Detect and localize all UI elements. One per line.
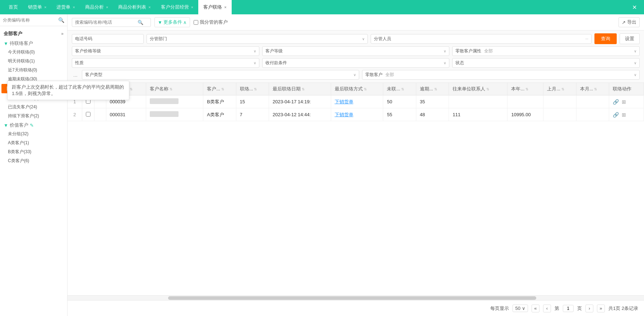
filter-more-conditions-button[interactable]: ▼ 更多条件 ∧ [154, 17, 190, 27]
close-product-analysis-list-icon[interactable]: × [148, 5, 150, 9]
sidebar-item-7day-pending[interactable]: 近7天待联络(0) [0, 66, 67, 75]
row-1-last-contact-date: 2023-04-17 14:19: [269, 95, 331, 108]
row-2-not-contact: 55 [383, 108, 416, 121]
filter-customer-level[interactable]: 客户等级 ∨ [262, 46, 450, 56]
sidebar-item-churned[interactable]: 已流失客户(24) [0, 103, 67, 112]
filter-row-2: 客户价格等级 ∨ 客户等级 ∨ 零散客户属性 全部 ∨ [72, 46, 640, 56]
col-type-header[interactable]: 客户... ⇅ [203, 83, 236, 95]
col-this-month-header[interactable]: 本月... ⇅ [576, 83, 609, 95]
settings-button[interactable]: 设置 [620, 33, 640, 44]
table-row: 2 000031 A类客户 [68, 108, 644, 121]
value-group-edit-icon[interactable]: ✎ [30, 123, 34, 128]
close-product-analysis-icon[interactable]: × [106, 5, 108, 9]
row-2-name[interactable] [146, 108, 203, 121]
close-customer-contact-icon[interactable]: × [224, 5, 226, 9]
row-1-name[interactable] [146, 95, 203, 108]
expand-arrow-icon: ▼ [4, 41, 8, 46]
nav-customer-contact[interactable]: 客户联络 × [198, 0, 231, 14]
nav-product-analysis-list[interactable]: 商品分析列表 × [113, 0, 156, 14]
nav-product-analysis[interactable]: 商品分析 × [80, 0, 113, 14]
sidebar-search-input[interactable] [3, 18, 57, 23]
filter-customer-type[interactable]: 客户类型 ∨ [82, 70, 360, 80]
main-layout: 🔍 全部客户 » ▼ 待联络客户 今天待联络(0) 明天待联络(1) 近7天待联… [0, 14, 644, 316]
sort-name-icon: ⇅ [170, 87, 172, 91]
sidebar-item-tomorrow-pending[interactable]: 明天待联络(1) [0, 57, 67, 66]
close-sales-order-icon[interactable]: × [44, 5, 46, 9]
window-close-button[interactable]: ✕ [629, 4, 640, 11]
col-not-contact-header[interactable]: 未联... ⇅ [383, 83, 416, 95]
filter-payment-terms[interactable]: 收付款条件 ∨ [262, 58, 450, 68]
sidebar-search-icon[interactable]: 🔍 [58, 17, 64, 23]
filter-phone[interactable]: 电话号码 [72, 34, 144, 44]
col-last-contact-date-header[interactable]: 最后联络日期 ⇅ [269, 83, 331, 95]
sidebar-item-class-c[interactable]: C类客户(6) [0, 156, 67, 165]
row-2-checkbox-cell[interactable] [82, 108, 94, 121]
row-2-checkbox[interactable] [86, 112, 91, 117]
page-first-button[interactable]: « [532, 305, 539, 312]
sidebar-item-class-b[interactable]: B类客户(33) [0, 147, 67, 156]
row-2-last-contact-way[interactable]: 下销货单 [331, 108, 383, 121]
export-icon: ↗ [622, 20, 626, 25]
row-2-more-icon[interactable]: ⊞ [622, 112, 626, 118]
col-contact-person-header[interactable]: 往来单位联系人 ⇅ [449, 83, 508, 95]
col-overdue-header[interactable]: 逾期... ⇅ [416, 83, 449, 95]
filter-department[interactable]: 分管部门 ∨ [147, 34, 368, 44]
export-button[interactable]: ↗ 导出 [618, 17, 640, 27]
pagination-bar: 每页显示 50 ∨ « ‹ 第 页 › » 共1页 2条记录 [68, 300, 644, 316]
filter-manager[interactable]: 分管人员 ··· [371, 34, 592, 44]
my-customers-checkbox[interactable] [194, 20, 198, 25]
sidebar-item-class-a[interactable]: A类客户(1) [0, 138, 67, 147]
page-prev-button[interactable]: ‹ [543, 305, 551, 312]
row-1-name-blurred [150, 98, 179, 104]
filter-retail-customer[interactable]: 零散客户 全部 ∨ [362, 70, 640, 80]
filter-price-level[interactable]: 客户价格等级 ∨ [72, 46, 259, 56]
row-1-last-contact-way[interactable]: 下销货单 [331, 95, 383, 108]
sidebar-item-unassigned[interactable]: 未分组(32) [0, 129, 67, 138]
retail-attr-arrow-icon: ∨ [634, 49, 636, 53]
col-name-header[interactable]: 客户名称 ⇅ [146, 83, 203, 95]
col-last-month-header[interactable]: 上月... ⇅ [543, 83, 576, 95]
row-2-name-blurred [150, 111, 179, 117]
all-customers-title[interactable]: 全部客户 » [0, 29, 67, 38]
page-size-arrow-icon: ∨ [522, 306, 525, 311]
sidebar-value-group[interactable]: ▼ 价值客户 ✎ [0, 121, 67, 129]
horizontal-scrollbar[interactable] [68, 295, 644, 300]
filter-search-input[interactable] [75, 20, 136, 25]
retail-customer-arrow-icon: ∨ [634, 73, 636, 77]
filter-status[interactable]: 状态 ∨ [452, 58, 640, 68]
query-button[interactable]: 查询 [594, 33, 617, 44]
sort-code-icon: ⇅ [130, 87, 133, 91]
filter-search-icon[interactable]: 🔍 [138, 20, 143, 25]
nav-sales-order[interactable]: 销货单 × [23, 0, 51, 14]
row-1-more-icon[interactable]: ⊞ [622, 99, 626, 105]
sidebar-item-today-pending[interactable]: 今天待联络(0) [0, 48, 67, 57]
table-header-row: ⚙ 客户编码 ⇅ 客户名称 ⇅ [68, 83, 644, 95]
page-last-button[interactable]: » [597, 305, 605, 312]
page-input[interactable] [563, 305, 574, 312]
collapse-icon: » [61, 31, 64, 36]
row-2-overdue: 48 [416, 108, 449, 121]
filter-nature[interactable]: 性质 ∨ [72, 58, 259, 68]
row-2-code[interactable]: 000031 [106, 108, 146, 121]
filter-ellipsis[interactable]: ... [72, 72, 79, 78]
col-this-year-header[interactable]: 本年... ⇅ [508, 83, 543, 95]
close-customer-layered-icon[interactable]: × [191, 5, 193, 9]
nav-customer-layered[interactable]: 客户分层经营 × [156, 0, 198, 14]
sidebar-item-declining[interactable]: 持续下滑客户(2) [0, 112, 67, 121]
row-2-contact-icon[interactable]: 🔗 [613, 112, 619, 118]
row-1-contact-icon[interactable]: 🔗 [613, 99, 619, 105]
page-next-button[interactable]: › [585, 305, 593, 312]
page-end-label: 页 [577, 305, 582, 312]
filter-retail-attr[interactable]: 零散客户属性 全部 ∨ [452, 46, 640, 56]
nav-purchase-order[interactable]: 进货单 × [51, 0, 80, 14]
nav-home[interactable]: 首页 [4, 0, 23, 14]
col-last-contact-way-header[interactable]: 最后联络方式 ⇅ [331, 83, 383, 95]
close-purchase-order-icon[interactable]: × [73, 5, 75, 9]
scroll-thumb[interactable] [168, 296, 536, 300]
page-size-select[interactable]: 50 ∨ [513, 305, 528, 312]
my-customers-filter[interactable]: 我分管的客户 [194, 19, 228, 25]
customer-table: ⚙ 客户编码 ⇅ 客户名称 ⇅ [68, 83, 644, 121]
sidebar-group-pending-contact[interactable]: ▼ 待联络客户 [0, 38, 67, 48]
col-contact-header[interactable]: 联络... ⇅ [236, 83, 269, 95]
sort-contact-icon: ⇅ [254, 87, 257, 91]
